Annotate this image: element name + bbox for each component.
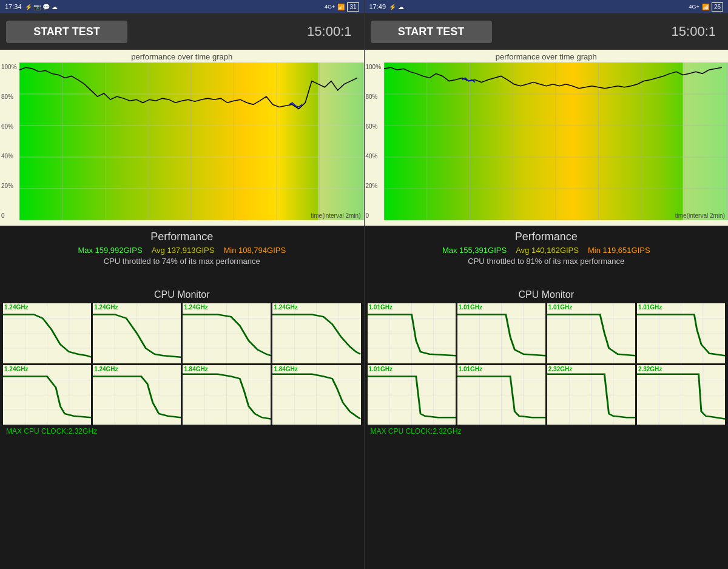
cpu-cell-r2: 1.01GHz xyxy=(547,303,635,363)
cpu-cell-5: 1.24GHz xyxy=(93,365,181,425)
start-test-button-right[interactable]: START TEST xyxy=(371,21,492,43)
max-cpu-right: MAX CPU CLOCK:2.32GHz xyxy=(368,425,726,437)
cpu-cell-r1: 1.01GHz xyxy=(457,303,545,363)
cpu-cell-6: 1.84GHz xyxy=(183,365,271,425)
svg-rect-0 xyxy=(19,62,363,220)
cpu-monitor-left: CPU Monitor 1.24GHz xyxy=(0,286,364,569)
status-icons-right: ⚡ ☁ xyxy=(389,4,404,10)
cpu-cell-3: 1.24GHz xyxy=(272,303,360,363)
time-left: 17:34 xyxy=(5,3,22,10)
perf-avg-left: Avg 137,913GIPS xyxy=(152,246,215,255)
battery-right: 26 xyxy=(712,2,723,12)
signal-right: 📶 xyxy=(702,4,709,10)
perf-title-right: Performance xyxy=(368,231,726,243)
perf-title-left: Performance xyxy=(3,231,361,243)
throttle-right: CPU throttled to 81% of its max performa… xyxy=(368,257,726,266)
timer-right: 15:00:1 xyxy=(672,24,722,39)
cpu-monitor-title-left: CPU Monitor xyxy=(3,289,361,300)
cpu-grid-left: 1.24GHz 1.24GHz xyxy=(3,303,361,425)
cpu-cell-0: 1.24GHz xyxy=(3,303,91,363)
signal-left: 📶 xyxy=(337,4,345,10)
cpu-cell-2: 1.24GHz xyxy=(183,303,271,363)
network-left: 4G+ xyxy=(325,4,335,10)
graph-title-right: performance over time graph xyxy=(365,50,729,62)
network-right: 4G+ xyxy=(689,4,699,10)
timer-left: 15:00:1 xyxy=(307,24,357,39)
y-axis-right: 100% 80% 60% 40% 20% 0 xyxy=(366,62,382,220)
perf-min-right: Min 119,651GIPS xyxy=(588,246,650,255)
start-test-button-left[interactable]: START TEST xyxy=(6,21,127,43)
x-axis-label-right: time(interval 2min) xyxy=(675,212,725,219)
cpu-cell-r5: 1.01GHz xyxy=(457,365,545,425)
cpu-cell-r6: 2.32GHz xyxy=(547,365,635,425)
graph-section-right: performance over time graph 100% 80% 60%… xyxy=(365,50,729,226)
perf-min-left: Min 108,794GIPS xyxy=(223,246,286,255)
x-axis-label-left: time(interval 2min) xyxy=(311,212,360,219)
graph-container-right: 100% 80% 60% 40% 20% 0 xyxy=(365,62,729,220)
graph-container-left: 100% 80% 60% 40% 20% 0 xyxy=(0,62,364,220)
svg-rect-74 xyxy=(682,62,728,220)
graph-section-left: performance over time graph 100% 80% 60%… xyxy=(0,50,364,226)
cpu-cell-r0: 1.01GHz xyxy=(368,303,456,363)
header-right: START TEST 15:00:1 xyxy=(365,13,729,50)
left-panel: 17:34 ⚡ 📷 💬 ☁ 4G+ 📶 31 START TEST 15:00:… xyxy=(0,0,365,569)
perf-section-left: Performance Max 159,992GIPS Avg 137,913G… xyxy=(0,226,364,268)
svg-rect-73 xyxy=(384,62,728,220)
cpu-cell-7: 1.84GHz xyxy=(272,365,360,425)
right-panel: 17:49 ⚡ ☁ 4G+ 📶 26 START TEST 15:00:1 pe… xyxy=(365,0,729,569)
perf-stats-right: Max 155,391GIPS Avg 140,162GIPS Min 119,… xyxy=(368,246,726,255)
perf-max-left: Max 159,992GIPS xyxy=(78,246,142,255)
max-cpu-left: MAX CPU CLOCK:2.32GHz xyxy=(3,425,361,437)
graph-svg-left xyxy=(0,62,364,220)
y-axis-left: 100% 80% 60% 40% 20% 0 xyxy=(1,62,17,220)
graph-title-left: performance over time graph xyxy=(0,50,364,62)
header-left: START TEST 15:00:1 xyxy=(0,13,364,50)
cpu-cell-4: 1.24GHz xyxy=(3,365,91,425)
cpu-cell-r3: 1.01GHz xyxy=(637,303,725,363)
status-icons-left: ⚡ 📷 💬 ☁ xyxy=(25,4,58,10)
cpu-grid-right: 1.01GHz 1.01GHz xyxy=(368,303,726,425)
cpu-monitor-right: CPU Monitor 1.01GHz xyxy=(365,286,729,569)
status-bar-left: 17:34 ⚡ 📷 💬 ☁ 4G+ 📶 31 xyxy=(0,0,364,13)
cpu-cell-r4: 1.01GHz xyxy=(368,365,456,425)
perf-max-right: Max 155,391GIPS xyxy=(442,246,507,255)
throttle-left: CPU throttled to 74% of its max performa… xyxy=(3,257,361,266)
perf-avg-right: Avg 140,162GIPS xyxy=(516,246,579,255)
svg-rect-1 xyxy=(318,62,364,220)
status-bar-right: 17:49 ⚡ ☁ 4G+ 📶 26 xyxy=(365,0,729,13)
perf-stats-left: Max 159,992GIPS Avg 137,913GIPS Min 108,… xyxy=(3,246,361,255)
battery-left: 31 xyxy=(347,2,359,12)
graph-svg-right xyxy=(365,62,729,220)
cpu-cell-r7: 2.32GHz xyxy=(637,365,725,425)
cpu-monitor-title-right: CPU Monitor xyxy=(368,289,726,300)
time-right: 17:49 xyxy=(369,3,386,10)
cpu-cell-1: 1.24GHz xyxy=(93,303,181,363)
perf-section-right: Performance Max 155,391GIPS Avg 140,162G… xyxy=(365,226,729,268)
